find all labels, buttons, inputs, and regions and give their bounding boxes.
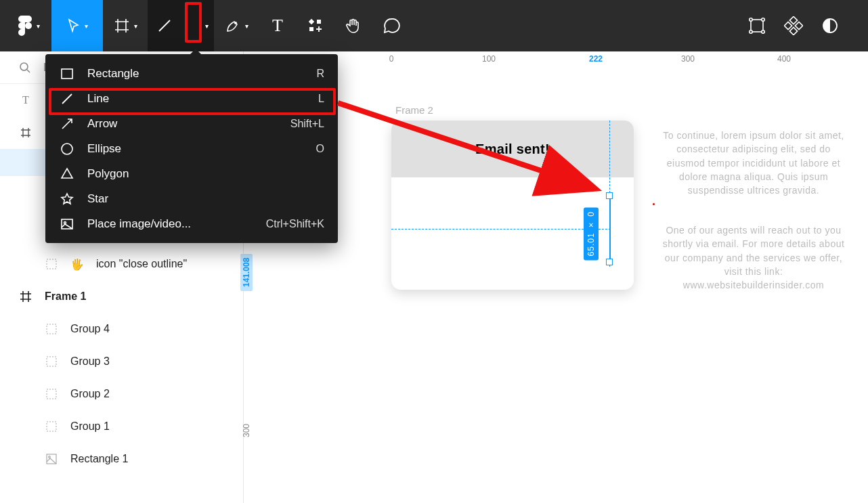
svg-point-6 bbox=[750, 18, 752, 21]
shape-tool-button[interactable] bbox=[148, 0, 181, 51]
svg-point-8 bbox=[750, 30, 752, 33]
ruler-tick: 300 bbox=[681, 54, 695, 64]
chevron-down-icon: ▾ bbox=[205, 22, 209, 30]
menu-item-rectangle[interactable]: Rectangle R bbox=[45, 61, 338, 86]
selection-handle-bottom[interactable] bbox=[606, 259, 613, 265]
svg-point-9 bbox=[762, 30, 764, 33]
text-layer-icon: T bbox=[19, 94, 32, 106]
line-icon bbox=[59, 92, 75, 106]
svg-rect-12 bbox=[784, 22, 791, 29]
card-title: Email sent! bbox=[391, 121, 634, 177]
resources-button[interactable] bbox=[297, 0, 334, 51]
svg-rect-16 bbox=[47, 259, 56, 269]
group-dashed-icon bbox=[45, 421, 58, 432]
selection-handle-top[interactable] bbox=[606, 192, 613, 199]
svg-point-0 bbox=[25, 22, 32, 29]
ruler-tick: 0 bbox=[389, 54, 394, 64]
svg-rect-4 bbox=[309, 27, 313, 31]
text-tool-button[interactable]: T bbox=[259, 0, 297, 51]
ruler-tick: 400 bbox=[777, 54, 791, 64]
menu-item-polygon[interactable]: Polygon bbox=[45, 161, 338, 186]
svg-rect-3 bbox=[317, 20, 321, 24]
svg-rect-2 bbox=[309, 19, 314, 24]
hand-tool-button[interactable] bbox=[334, 0, 372, 51]
ruler-tick: 222 bbox=[589, 54, 603, 64]
menu-item-arrow[interactable]: Arrow Shift+L bbox=[45, 111, 338, 136]
layer-group-2[interactable]: Group 2 bbox=[0, 378, 243, 410]
svg-point-26 bbox=[64, 221, 66, 223]
comment-tool-button[interactable] bbox=[372, 0, 410, 51]
svg-rect-10 bbox=[789, 16, 797, 24]
frame-label[interactable]: Frame 2 bbox=[395, 104, 433, 116]
components-icon[interactable] bbox=[784, 16, 803, 35]
star-icon bbox=[59, 192, 75, 206]
dimensions-badge: 65.01 × 0 bbox=[584, 207, 599, 260]
image-layer-icon bbox=[45, 454, 58, 464]
group-dashed-icon bbox=[45, 356, 58, 367]
main-toolbar: ▾ ▾ ▾ ▾ ▾ T bbox=[0, 0, 868, 51]
svg-rect-23 bbox=[62, 69, 72, 79]
layer-rectangle-1[interactable]: Rectangle 1 bbox=[0, 443, 243, 475]
svg-rect-13 bbox=[795, 22, 802, 29]
chevron-down-icon: ▾ bbox=[245, 22, 248, 30]
frame-icon bbox=[19, 290, 32, 303]
frame-paragraph-2: One of our agents will reach out to you … bbox=[661, 223, 846, 292]
layer-group-4[interactable]: Group 4 bbox=[0, 313, 243, 345]
toolbar-right bbox=[747, 16, 863, 35]
selected-line[interactable] bbox=[609, 196, 611, 261]
chevron-down-icon: ▾ bbox=[37, 22, 40, 30]
dark-mode-icon[interactable] bbox=[821, 16, 840, 35]
svg-rect-5 bbox=[751, 20, 763, 32]
chevron-down-icon: ▾ bbox=[85, 22, 88, 30]
chevron-down-icon: ▾ bbox=[134, 22, 137, 30]
cursor-emoji-icon: 🖐️ bbox=[70, 258, 84, 271]
svg-point-15 bbox=[20, 63, 28, 70]
svg-point-7 bbox=[762, 18, 764, 21]
layer-group-3[interactable]: Group 3 bbox=[0, 345, 243, 378]
arrow-icon bbox=[59, 117, 75, 131]
svg-rect-20 bbox=[47, 422, 56, 431]
layer-close-icon[interactable]: 🖐️ icon "close outline" bbox=[0, 248, 243, 280]
menu-item-line[interactable]: Line L bbox=[45, 86, 338, 111]
menu-item-star[interactable]: Star bbox=[45, 186, 338, 211]
stray-marker bbox=[653, 203, 655, 205]
shape-tool-dropdown: Rectangle R Line L Arrow Shift+L Ellipse… bbox=[45, 54, 338, 243]
guide-horizontal bbox=[391, 229, 611, 229]
group-dashed-icon bbox=[45, 389, 58, 399]
frame-icon bbox=[19, 127, 32, 138]
frame-paragraph-1: To continue, lorem ipsum dolor sit amet,… bbox=[661, 129, 846, 197]
svg-rect-17 bbox=[47, 324, 56, 334]
rectangle-icon bbox=[59, 67, 75, 81]
ellipse-icon bbox=[59, 142, 75, 156]
menu-item-place-image[interactable]: Place image/video... Ctrl+Shift+K bbox=[45, 211, 338, 236]
shape-tool-chevron[interactable]: ▾ bbox=[181, 0, 214, 51]
move-tool-button[interactable]: ▾ bbox=[51, 0, 103, 51]
select-matching-icon[interactable] bbox=[747, 16, 766, 35]
ruler-tick: 100 bbox=[482, 54, 496, 64]
layer-group-1[interactable]: Group 1 bbox=[0, 410, 243, 443]
layer-frame-1[interactable]: Frame 1 bbox=[0, 280, 243, 313]
frame-2-card[interactable]: Email sent! bbox=[391, 121, 634, 290]
svg-rect-19 bbox=[47, 389, 56, 399]
figma-menu-button[interactable]: ▾ bbox=[5, 0, 51, 51]
group-dashed-icon bbox=[45, 324, 58, 334]
group-dashed-icon bbox=[45, 259, 58, 269]
pen-tool-button[interactable]: ▾ bbox=[214, 0, 259, 51]
image-icon bbox=[59, 217, 75, 231]
polygon-icon bbox=[59, 167, 75, 181]
menu-item-ellipse[interactable]: Ellipse O bbox=[45, 136, 338, 161]
search-icon bbox=[19, 62, 31, 74]
ruler-tick: 300 bbox=[242, 424, 251, 437]
frame-tool-button[interactable]: ▾ bbox=[103, 0, 148, 51]
svg-point-24 bbox=[62, 144, 72, 154]
svg-point-1 bbox=[234, 22, 236, 24]
svg-rect-11 bbox=[789, 27, 797, 35]
svg-point-22 bbox=[49, 456, 51, 458]
svg-rect-18 bbox=[47, 357, 56, 366]
ruler-tick: 141.008 bbox=[240, 254, 253, 291]
